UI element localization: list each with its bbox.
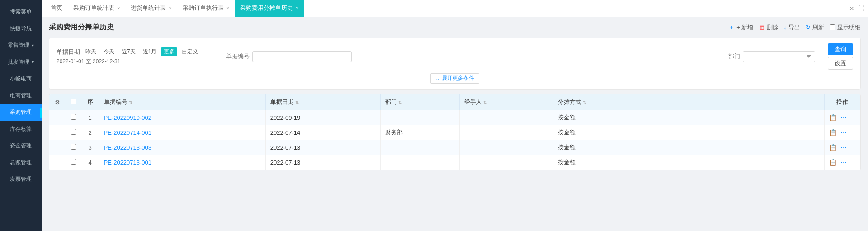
sort-icon[interactable]: ⇅ <box>483 100 487 105</box>
chevron-down-icon: ▾ <box>32 60 34 65</box>
sidebar-item-label: 搜索菜单 <box>10 9 32 15</box>
doc-no-input[interactable] <box>252 51 352 62</box>
edit-icon[interactable]: 📋 <box>829 129 837 136</box>
shortcut-7days[interactable]: 近7天 <box>119 47 138 56</box>
sidebar-item-wholesale[interactable]: 批发管理 ▾ <box>0 54 42 71</box>
tab-close-icon[interactable]: × <box>169 5 171 11</box>
tab-goods-in-stats[interactable]: 进货单统计表 × <box>125 0 177 17</box>
show-label-input[interactable] <box>830 24 835 30</box>
tab-close-icon[interactable]: × <box>226 5 229 11</box>
row-ops: 📋 ⋯ <box>824 140 860 155</box>
sidebar-item-label: 小畅电商 <box>10 75 32 82</box>
row-gear-cell <box>49 140 66 155</box>
edit-icon[interactable]: 📋 <box>829 114 837 121</box>
export-label: 导出 <box>788 24 800 32</box>
dept-label: 部门 <box>728 52 740 61</box>
dept-filter: 部门 <box>728 51 815 62</box>
page-title: 采购费用分摊单历史 <box>49 23 114 32</box>
query-button[interactable]: 查询 <box>828 43 853 55</box>
show-label-checkbox[interactable]: 显示明细 <box>830 24 861 32</box>
fullscreen-icon[interactable]: ⛶ <box>858 5 864 12</box>
sidebar-item-label: 快捷导航 <box>10 25 32 32</box>
tab-label: 采购费用分摊单历史 <box>240 4 293 12</box>
row-handler <box>459 110 553 125</box>
th-num: 序 <box>81 94 99 110</box>
tab-close-icon[interactable]: × <box>117 5 120 11</box>
table-body: 1 PE-20220919-002 2022-09-19 按金额 📋 ⋯ 2 P… <box>49 110 860 170</box>
filter-area: 单据日期 昨天 今天 近7天 近1月 更多 自定义 2022-01-01 至 2… <box>49 38 861 90</box>
sidebar-item-inventory[interactable]: 库存核算 <box>0 121 42 137</box>
sidebar-item-label: 电商管理 <box>10 92 32 99</box>
sidebar-item-ecommerce-small[interactable]: 小畅电商 <box>0 71 42 87</box>
doc-no-link[interactable]: PE-20220919-002 <box>104 114 152 121</box>
export-button[interactable]: ↓ 导出 <box>784 24 801 32</box>
sort-icon[interactable]: ⇅ <box>295 100 299 105</box>
page-body: 采购费用分摊单历史 ＋ + 新增 🗑 删除 ↓ 导出 ↻ 刷新 <box>42 17 868 231</box>
sidebar-item-label: 批发管理 <box>8 59 29 65</box>
dept-select[interactable] <box>743 51 815 62</box>
refresh-label: 刷新 <box>812 24 824 32</box>
shortcut-1month[interactable]: 近1月 <box>140 47 160 56</box>
more-icon[interactable]: ⋯ <box>840 159 847 166</box>
refresh-button[interactable]: ↻ 刷新 <box>806 24 824 32</box>
tab-purchase-order-exec[interactable]: 采购订单执行表 × <box>177 0 235 17</box>
more-icon[interactable]: ⋯ <box>840 114 847 121</box>
sort-icon[interactable]: ⇅ <box>398 100 402 105</box>
shortcut-today[interactable]: 今天 <box>101 47 117 56</box>
shortcut-yesterday[interactable]: 昨天 <box>83 47 99 56</box>
more-icon[interactable]: ⋯ <box>840 144 847 151</box>
sidebar-item-label: 零售管理 <box>8 42 29 48</box>
add-button[interactable]: ＋ + 新增 <box>729 24 753 32</box>
close-icon[interactable]: ✕ <box>849 5 854 12</box>
sidebar-item-label: 总账管理 <box>10 159 32 165</box>
row-dept: 财务部 <box>381 125 460 140</box>
sidebar-item-search[interactable]: 搜索菜单 <box>0 4 42 20</box>
tab-home[interactable]: 首页 <box>45 0 68 17</box>
table-row: 1 PE-20220919-002 2022-09-19 按金额 📋 ⋯ <box>49 110 860 125</box>
sidebar-item-retail[interactable]: 零售管理 ▾ <box>0 37 42 54</box>
sidebar-item-label: 资金管理 <box>10 142 32 149</box>
sidebar-item-ledger[interactable]: 总账管理 <box>0 154 42 171</box>
row-checkbox[interactable] <box>71 144 76 150</box>
sidebar-item-ecommerce[interactable]: 电商管理 <box>0 87 42 104</box>
th-doc-no: 单据编号 ⇅ <box>99 94 265 110</box>
doc-no-link[interactable]: PE-20220713-003 <box>104 144 152 151</box>
tab-purchase-order-stats[interactable]: 采购订单统计表 × <box>68 0 125 17</box>
setting-button[interactable]: 设置 <box>828 57 853 70</box>
shortcut-more[interactable]: 更多 <box>161 47 177 56</box>
th-split-method: 分摊方式 ⇅ <box>553 94 824 110</box>
row-doc-no: PE-20220714-001 <box>99 125 265 140</box>
row-checkbox[interactable] <box>71 114 76 120</box>
tab-home-label: 首页 <box>51 4 62 12</box>
sort-icon[interactable]: ⇅ <box>583 100 586 105</box>
row-gear-cell <box>49 110 66 125</box>
more-icon[interactable]: ⋯ <box>840 129 847 136</box>
sort-icon[interactable]: ⇅ <box>129 100 132 105</box>
table-row: 4 PE-20220713-001 2022-07-13 按金额 📋 ⋯ <box>49 155 860 170</box>
sidebar-item-finance[interactable]: 资金管理 <box>0 137 42 154</box>
select-all-checkbox[interactable] <box>71 99 76 104</box>
tab-label: 进货单统计表 <box>131 4 166 12</box>
doc-no-link[interactable]: PE-20220714-001 <box>104 129 152 136</box>
expand-more-button[interactable]: ⌄ 展开更多条件 <box>430 73 479 84</box>
edit-icon[interactable]: 📋 <box>829 144 837 151</box>
row-checkbox[interactable] <box>71 129 76 135</box>
doc-no-label: 单据编号 <box>226 52 250 61</box>
sidebar-item-purchase[interactable]: 采购管理 <box>0 104 42 121</box>
table-container: ⚙ 序 单据编号 ⇅ <box>49 94 861 170</box>
tab-close-icon[interactable]: × <box>296 5 298 11</box>
doc-no-link[interactable]: PE-20220713-001 <box>104 159 152 166</box>
row-gear-cell <box>49 125 66 140</box>
tab-purchase-cost-history[interactable]: 采购费用分摊单历史 × <box>235 0 304 17</box>
table-row: 2 PE-20220714-001 2022-07-14 财务部 按金额 📋 ⋯ <box>49 125 860 140</box>
shortcut-custom[interactable]: 自定义 <box>179 47 201 56</box>
row-checkbox[interactable] <box>71 159 76 165</box>
gear-icon[interactable]: ⚙ <box>55 99 60 106</box>
row-num: 1 <box>81 110 99 125</box>
sidebar-item-shortcuts[interactable]: 快捷导航 <box>0 20 42 37</box>
edit-icon[interactable]: 📋 <box>829 159 837 166</box>
expand-label: 展开更多条件 <box>442 75 474 82</box>
row-ops: 📋 ⋯ <box>824 110 860 125</box>
sidebar-item-invoice[interactable]: 发票管理 <box>0 171 42 188</box>
delete-button[interactable]: 🗑 删除 <box>759 24 778 32</box>
